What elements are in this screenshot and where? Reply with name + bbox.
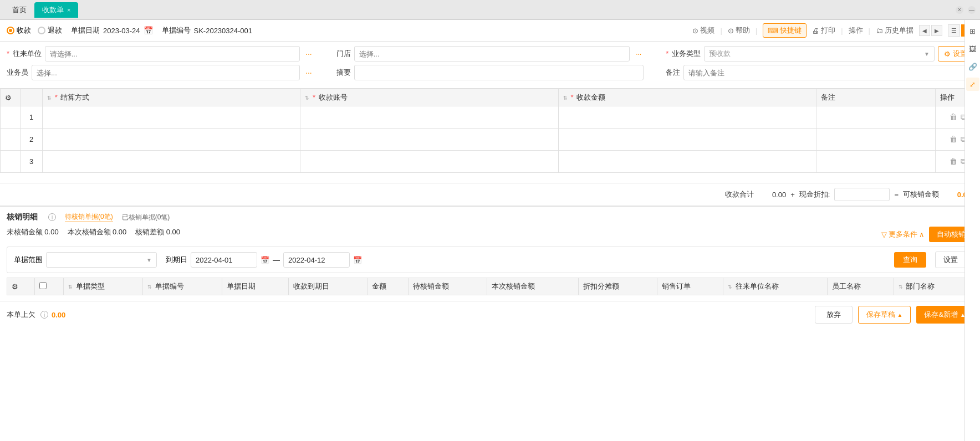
view-list[interactable]: ☰	[948, 24, 960, 37]
delete-icon[interactable]: 🗑	[950, 112, 957, 122]
history-link[interactable]: 🗂 历史单据	[876, 25, 913, 35]
row3-settlement[interactable]	[43, 151, 300, 173]
completed-tab[interactable]: 已核销单据(0笔)	[122, 213, 170, 222]
delete-icon[interactable]: 🗑	[950, 135, 957, 144]
radio-refund[interactable]: 退款	[38, 25, 62, 35]
print-link[interactable]: 🖨 打印	[812, 25, 835, 35]
business-type-label: * 业务类型	[666, 49, 701, 59]
sidebar-image-icon[interactable]: 🖼	[966, 42, 979, 55]
row1-gear	[1, 106, 21, 129]
sort-icon-type[interactable]: ⇅	[68, 284, 73, 290]
summary-input[interactable]	[354, 65, 644, 80]
diff-stat: 核销差额 0.00	[135, 227, 180, 237]
business-type-select[interactable]: 预收款 ▼	[704, 46, 935, 61]
reconcile-settings-btn[interactable]: 设置	[935, 252, 966, 268]
save-draft-btn[interactable]: 保存草稿 ▲	[858, 306, 911, 324]
row1-account[interactable]	[300, 106, 558, 129]
delete-icon[interactable]: 🗑	[950, 157, 957, 166]
select-all-checkbox[interactable]	[39, 282, 47, 289]
col-remark-header: 备注	[816, 89, 936, 106]
tab-receipt[interactable]: 收款单 ×	[34, 2, 78, 18]
bottom-table: ⚙ ⇅ 单据类型 ⇅ 单据编号 单据日期 收款到期日 金额 待	[7, 278, 973, 295]
store-label: 门店	[336, 49, 351, 59]
sidebar-link-icon[interactable]: 🔗	[966, 60, 979, 73]
window-controls: × —	[956, 6, 976, 14]
row2-amount[interactable]	[558, 129, 816, 151]
row2-remark[interactable]	[816, 129, 936, 151]
range-select[interactable]: ▼	[46, 252, 157, 268]
sort-icon-num[interactable]: ⇅	[147, 284, 152, 290]
table-header-row: ⚙ ⇅ * 结算方式 ⇅ * 收款账号 ⇅ * 收款	[1, 89, 980, 106]
date-from-input[interactable]	[191, 252, 257, 268]
window-minimize-btn[interactable]: —	[968, 6, 976, 14]
staff-input[interactable]	[32, 65, 300, 80]
row2-num: 2	[21, 129, 43, 151]
sidebar-table-icon[interactable]: ⊞	[966, 24, 979, 38]
summary-label: 摘要	[336, 68, 351, 78]
video-link[interactable]: ⊙ 视频	[692, 25, 714, 35]
date-separator: —	[273, 256, 280, 264]
pending-tab[interactable]: 待核销单据(0笔)	[65, 212, 113, 222]
radio-collection-dot	[7, 27, 14, 34]
col-amount-header: ⇅ * 收款金额	[558, 89, 816, 106]
due-date-label: 到期日	[166, 255, 187, 265]
staff-more-btn[interactable]: ···	[303, 68, 314, 77]
calendar-to-icon[interactable]: 📅	[353, 256, 362, 264]
bt-col-gear[interactable]: ⚙	[7, 278, 35, 295]
row1-settlement[interactable]	[43, 106, 300, 129]
discount-label: 现金折扣:	[799, 189, 830, 199]
toolbar-actions: ⊙ 视频 | ⊙ 帮助 | ⌨ 快捷键 🖨 打印 | 操作 | �	[692, 23, 973, 38]
sort-icon-amount[interactable]: ⇅	[563, 95, 568, 101]
counterpart-input[interactable]	[45, 46, 300, 61]
row2-settlement[interactable]	[43, 129, 300, 151]
tab-bar: 首页 收款单 × × —	[0, 0, 980, 20]
prev-info-icon[interactable]: i	[40, 311, 48, 319]
counterpart-more-btn[interactable]: ···	[303, 49, 314, 58]
shortcut-link[interactable]: ⌨ 快捷键	[763, 23, 807, 38]
discount-input[interactable]	[834, 188, 890, 201]
row3-gear	[1, 151, 21, 173]
query-btn[interactable]: 查询	[894, 252, 926, 268]
radio-collection-label: 收款	[17, 25, 31, 35]
row1-remark[interactable]	[816, 106, 936, 129]
reconcile-info-icon[interactable]: i	[48, 213, 56, 221]
tab-home[interactable]: 首页	[4, 2, 34, 18]
sort-icon-account[interactable]: ⇅	[305, 95, 309, 101]
date-label: 单据日期	[71, 25, 100, 35]
calendar-from-icon[interactable]: 📅	[261, 256, 269, 264]
window-close-btn[interactable]: ×	[956, 6, 963, 14]
row3-account[interactable]	[300, 151, 558, 173]
store-input[interactable]	[354, 46, 630, 61]
more-conditions-btn[interactable]: ▽ 更多条件 ∧	[881, 229, 925, 239]
nav-prev[interactable]: ◀	[919, 25, 930, 36]
row1-num: 1	[21, 106, 43, 129]
sidebar-expand-icon[interactable]: ⤢	[966, 78, 979, 91]
row3-remark[interactable]	[816, 151, 936, 173]
store-more-btn[interactable]: ···	[633, 49, 644, 58]
bt-col-dept: ⇅ 部门名称	[894, 278, 973, 295]
reconcile-section: 核销明细 i 待核销单据(0笔) 已核销单据(0笔) 未核销金额 0.00 本次…	[0, 206, 980, 301]
calendar-icon[interactable]: 📅	[144, 26, 153, 35]
sort-icon-counterpart[interactable]: ⇅	[728, 284, 732, 290]
form-row-1: * 往来单位 ··· 门店 ··· * 业务类型 预	[7, 46, 973, 61]
sort-icon-settlement[interactable]: ⇅	[47, 95, 52, 101]
row2-account[interactable]	[300, 129, 558, 151]
current-cancel-stat: 本次核销金额 0.00	[68, 227, 127, 237]
operate-link[interactable]: 操作	[849, 25, 863, 35]
sort-icon-dept[interactable]: ⇅	[899, 284, 903, 290]
col-gear-header[interactable]: ⚙	[1, 89, 21, 106]
note-input[interactable]	[683, 65, 973, 80]
radio-collection[interactable]: 收款	[7, 25, 31, 35]
abandon-btn[interactable]: 放弃	[815, 306, 853, 324]
main-container: 收款 退款 单据日期 2023-03-24 📅 单据编号 SK-20230324…	[0, 20, 980, 441]
row1-amount[interactable]	[558, 106, 816, 129]
reconcile-stats: 未核销金额 0.00 本次核销金额 0.00 核销差额 0.00	[7, 227, 180, 237]
bt-col-checkbox[interactable]	[35, 278, 64, 295]
staff-label: 业务员	[7, 68, 28, 78]
nav-next[interactable]: ▶	[931, 25, 942, 36]
bottom-table-container: ⚙ ⇅ 单据类型 ⇅ 单据编号 单据日期 收款到期日 金额 待	[7, 278, 973, 295]
row3-amount[interactable]	[558, 151, 816, 173]
help-link[interactable]: ⊙ 帮助	[728, 25, 750, 35]
date-to-input[interactable]	[283, 252, 350, 268]
tab-close-icon[interactable]: ×	[67, 7, 70, 13]
